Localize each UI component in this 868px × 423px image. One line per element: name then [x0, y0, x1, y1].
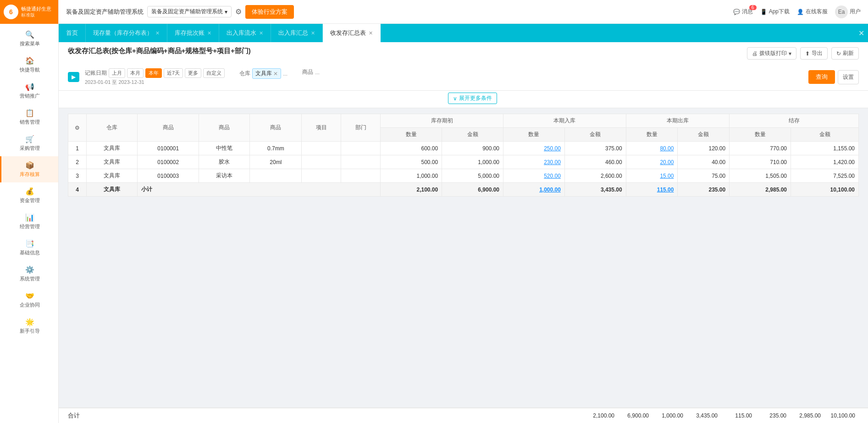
expand-conditions-button[interactable]: ∨ 展开更多条件: [448, 93, 497, 104]
online-service-btn[interactable]: 👤 在线客服: [797, 8, 828, 16]
sidebar-item-label: 采购管理: [20, 145, 40, 152]
tab-label: 出入库流水: [227, 29, 256, 37]
tab-receive-summary[interactable]: 收发存汇总表 ✕: [323, 24, 381, 42]
sidebar-nav: 🔍 搜索菜单 🏠 快捷导航 📢 营销推广 📋 销售管理 🛒 采购管理 📦 库存核…: [0, 24, 58, 423]
export-button[interactable]: ⬆ 导出: [800, 47, 828, 60]
subtotal-out-qty[interactable]: 115.00: [626, 183, 678, 197]
row-out-qty[interactable]: 80.00: [626, 142, 678, 155]
system-icon: ⚙️: [25, 265, 34, 274]
sidebar-item-operations[interactable]: 📊 经营管理: [0, 209, 58, 235]
filter-date-group: 记账日期 上月 本月 本年 近7天 更多 自定义 2023-01-01 至 20…: [85, 68, 225, 86]
filter-toggle-button[interactable]: ▶: [68, 72, 79, 82]
table-header-balance: 结存: [730, 114, 859, 128]
close-all-tabs-button[interactable]: ✕: [858, 29, 864, 38]
sidebar-item-sales[interactable]: 📋 销售管理: [0, 104, 58, 130]
settings-icon[interactable]: ⚙: [235, 7, 242, 16]
date-this-year-btn[interactable]: 本年: [145, 68, 162, 78]
row-code: 0100001: [138, 142, 199, 155]
sidebar-item-label: 企业协同: [20, 302, 40, 308]
warehouse-more-icon[interactable]: ...: [283, 71, 287, 77]
tab-close-icon[interactable]: ✕: [259, 30, 263, 36]
print-button[interactable]: 🖨 拨镁版打印 ▾: [747, 47, 796, 60]
table-subheader-in-qty: 数量: [503, 128, 565, 142]
row-in-qty[interactable]: 250.00: [503, 142, 565, 155]
topbar: 装备及固定资产辅助管理系统 装备及固定资产辅助管理系统 ▾ ⚙ 体验行业方案 💬…: [59, 0, 868, 24]
tab-close-icon[interactable]: ✕: [369, 30, 373, 36]
row-num: 1: [68, 142, 87, 155]
page-title: 收发存汇总表(按仓库+商品编码+商品+规格型号+项目+部门): [68, 47, 251, 60]
user-label: 用户: [850, 8, 861, 16]
row-in-qty[interactable]: 230.00: [503, 155, 565, 169]
main-area: 装备及固定资产辅助管理系统 装备及固定资产辅助管理系统 ▾ ⚙ 体验行业方案 💬…: [59, 0, 868, 423]
page-content: 收发存汇总表(按仓库+商品编码+商品+规格型号+项目+部门) 🖨 拨镁版打印 ▾…: [59, 42, 868, 423]
expand-conditions-row: ∨ 展开更多条件: [59, 91, 868, 108]
date-filter-label: 记账日期: [85, 69, 107, 77]
sidebar-header: 6 畅捷通好生意 标准版: [0, 0, 58, 24]
tab-close-icon[interactable]: ✕: [155, 30, 160, 36]
query-button[interactable]: 查询: [808, 70, 835, 84]
sidebar-item-quick-nav[interactable]: 🏠 快捷导航: [0, 52, 58, 78]
row-in-qty[interactable]: 520.00: [503, 169, 565, 183]
footer-label: 合计: [68, 412, 260, 420]
trial-button[interactable]: 体验行业方案: [245, 5, 294, 19]
tab-home[interactable]: 首页: [59, 24, 86, 42]
app-download-btn[interactable]: 📱 App下载: [760, 8, 790, 16]
sidebar-item-basic-info[interactable]: 📑 基础信息: [0, 235, 58, 261]
basic-info-icon: 📑: [25, 239, 34, 248]
table-header-name: 商品: [199, 114, 250, 142]
chevron-down-icon: ∨: [453, 95, 457, 102]
print-icon: 🖨: [752, 50, 757, 57]
tab-batch-ledger[interactable]: 库存批次账 ✕: [167, 24, 219, 42]
home-icon: 🏠: [25, 56, 34, 65]
footer-init-qty: 2,100.00: [584, 412, 618, 419]
refresh-button[interactable]: ↻ 刷新: [831, 47, 859, 60]
row-out-qty[interactable]: 20.00: [626, 155, 678, 169]
sidebar-item-enterprise[interactable]: 🤝 企业协同: [0, 287, 58, 313]
tab-inout-flow[interactable]: 出入库流水 ✕: [219, 24, 271, 42]
row-out-qty[interactable]: 15.00: [626, 169, 678, 183]
footer-values: 2,100.00 6,900.00 1,000.00 3,435.00 115.…: [260, 412, 859, 419]
date-this-month-btn[interactable]: 本月: [127, 68, 144, 78]
date-last-month-btn[interactable]: 上月: [109, 68, 125, 78]
tab-close-icon[interactable]: ✕: [311, 30, 315, 36]
date-7days-btn[interactable]: 近7天: [164, 68, 183, 78]
date-custom-btn[interactable]: 自定义: [203, 68, 225, 78]
row-code: 0100003: [138, 169, 199, 183]
row-in-amt: 460.00: [564, 155, 626, 169]
tab-close-icon[interactable]: ✕: [207, 30, 211, 36]
row-spec: 0.7mm: [250, 142, 302, 155]
sidebar-item-purchase[interactable]: 🛒 采购管理: [0, 130, 58, 156]
row-code: 0100002: [138, 155, 199, 169]
user-btn[interactable]: Ea 用户: [835, 5, 861, 18]
page-header: 收发存汇总表(按仓库+商品编码+商品+规格型号+项目+部门) 🖨 拨镁版打印 ▾…: [59, 42, 868, 64]
subtotal-init-qty: 2,100.00: [381, 183, 442, 197]
system-dropdown[interactable]: 装备及固定资产辅助管理系统 ▾: [147, 6, 232, 17]
subtotal-in-qty[interactable]: 1,000.00: [503, 183, 565, 197]
date-more-btn[interactable]: 更多: [185, 68, 201, 78]
table-area: ⚙ 仓库 商品 商品 商品 项目 部门 库存期初 本期入库 本期出库 结存: [59, 108, 868, 407]
row-init-qty: 600.00: [381, 142, 442, 155]
sidebar-item-marketing[interactable]: 📢 营销推广: [0, 78, 58, 104]
service-icon: 👤: [797, 9, 804, 15]
row-init-qty: 500.00: [381, 155, 442, 169]
filter-settings-button[interactable]: 设置: [838, 70, 859, 84]
tab-inventory-dist[interactable]: 现存量（库存分布表） ✕: [86, 24, 167, 42]
date-range-display: 2023-01-01 至 2023-12-31: [85, 79, 225, 86]
table-header-settings[interactable]: ⚙: [68, 114, 87, 142]
sidebar-item-guide[interactable]: 🌟 新手引导: [0, 313, 58, 339]
sidebar-item-inventory[interactable]: 📦 库存核算: [0, 156, 58, 182]
sidebar-item-finance[interactable]: 💰 资金管理: [0, 182, 58, 209]
sidebar-item-search[interactable]: 🔍 搜索菜单: [0, 26, 58, 52]
row-out-amt: 75.00: [678, 169, 730, 183]
tab-inout-summary[interactable]: 出入库汇总 ✕: [271, 24, 323, 42]
sales-icon: 📋: [25, 109, 34, 117]
goods-more-icon[interactable]: ...: [315, 69, 320, 76]
footer-end-qty: 2,985.00: [790, 412, 824, 419]
row-spec: 20ml: [250, 155, 302, 169]
warehouse-tag-remove[interactable]: ✕: [273, 71, 278, 77]
sidebar-item-system[interactable]: ⚙️ 系统管理: [0, 261, 58, 287]
table-subheader-end-amt: 金额: [791, 128, 859, 142]
subtotal-end-amt: 10,100.00: [791, 183, 859, 197]
messages-btn[interactable]: 💬 消息 6: [733, 8, 753, 16]
row-end-amt: 1,420.00: [791, 155, 859, 169]
